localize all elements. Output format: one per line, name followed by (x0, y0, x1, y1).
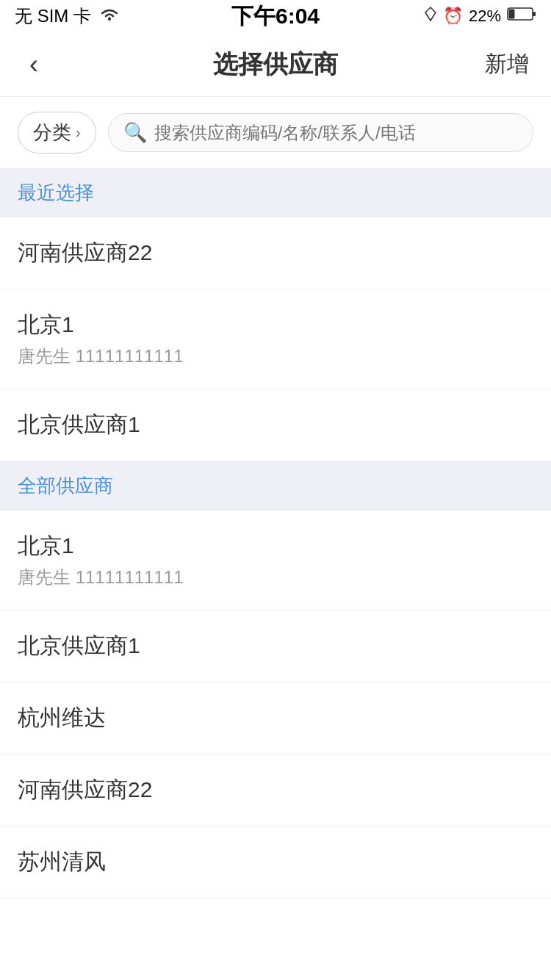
item-name: 北京1 (18, 310, 533, 340)
alarm-icon: ⏰ (443, 7, 463, 26)
svg-rect-3 (509, 10, 515, 19)
recent-section-label: 最近选择 (18, 181, 94, 203)
item-detail: 唐先生 11111111111 (18, 345, 533, 368)
battery-text: 22% (469, 7, 501, 26)
sim-text: 无 SIM 卡 (15, 4, 91, 28)
recent-section-header: 最近选择 (0, 168, 551, 217)
status-bar: 无 SIM 卡 下午6:04 ⏰ 22% (0, 0, 551, 32)
all-section-label: 全部供应商 (18, 475, 113, 497)
item-name: 河南供应商22 (18, 775, 533, 805)
search-icon: 🔍 (123, 121, 147, 144)
list-item[interactable]: 北京供应商1 (0, 389, 551, 461)
list-item[interactable]: 北京1 唐先生 11111111111 (0, 511, 551, 610)
search-box: 🔍 (108, 113, 533, 152)
item-detail: 唐先生 11111111111 (18, 566, 533, 589)
item-name: 河南供应商22 (18, 238, 533, 268)
search-input[interactable] (154, 123, 518, 143)
nav-bar: ‹ 选择供应商 新增 (0, 32, 551, 97)
item-name: 杭州维达 (18, 703, 533, 733)
location-icon (424, 6, 437, 26)
list-item[interactable]: 北京1 唐先生 11111111111 (0, 289, 551, 389)
status-right: ⏰ 22% (424, 6, 536, 26)
list-item[interactable]: 河南供应商22 (0, 217, 551, 289)
list-item[interactable]: 河南供应商22 (0, 754, 551, 826)
page-title: 选择供应商 (213, 48, 338, 82)
all-items-list: 北京1 唐先生 11111111111 北京供应商1 杭州维达 河南供应商22 … (0, 511, 551, 898)
item-name: 北京1 (18, 531, 533, 561)
list-item[interactable]: 杭州维达 (0, 682, 551, 754)
item-name: 苏州清风 (18, 847, 533, 877)
recent-items-list: 河南供应商22 北京1 唐先生 11111111111 北京供应商1 (0, 217, 551, 461)
chevron-right-icon: › (76, 124, 81, 141)
item-name: 北京供应商1 (18, 631, 533, 661)
list-item[interactable]: 北京供应商1 (0, 610, 551, 682)
add-button[interactable]: 新增 (485, 49, 529, 79)
category-label: 分类 (33, 120, 71, 145)
svg-rect-2 (533, 12, 536, 16)
item-name: 北京供应商1 (18, 410, 533, 440)
svg-point-0 (108, 18, 111, 21)
all-section-header: 全部供应商 (0, 461, 551, 511)
back-button[interactable]: ‹ (22, 42, 46, 87)
battery-icon (507, 7, 536, 26)
status-left: 无 SIM 卡 (15, 4, 120, 28)
filter-bar: 分类 › 🔍 (0, 97, 551, 168)
list-item[interactable]: 苏州清风 (0, 826, 551, 898)
wifi-icon (98, 6, 120, 26)
status-time: 下午6:04 (231, 1, 320, 32)
category-button[interactable]: 分类 › (18, 112, 96, 154)
